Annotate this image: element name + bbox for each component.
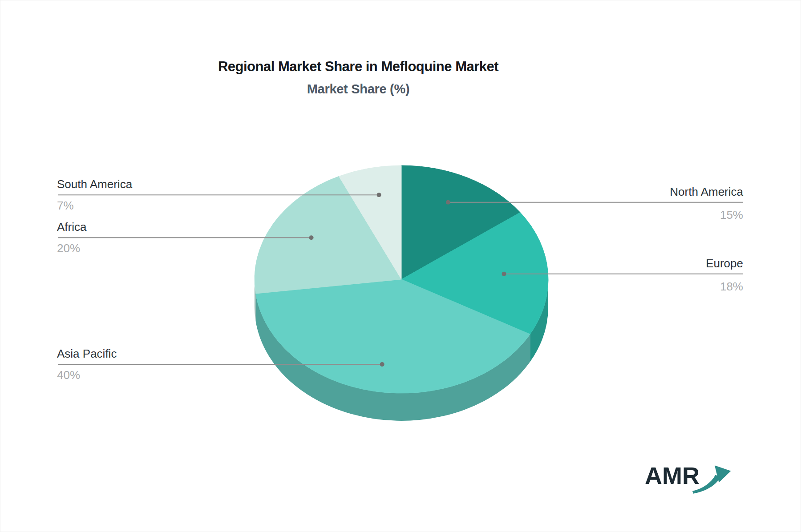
- slice-label-africa: Africa: [57, 220, 86, 234]
- label-dot-north-america: [446, 200, 450, 205]
- slice-pct-europe: 18%: [720, 279, 743, 294]
- chart-canvas: Regional Market Share in Mefloquine Mark…: [0, 0, 801, 532]
- slice-label-north-america: North America: [670, 185, 743, 199]
- slice-pct-north-america: 15%: [720, 208, 743, 222]
- label-dot-south-america: [377, 193, 381, 197]
- slice-label-south-america: South America: [57, 177, 132, 191]
- slice-label-europe: Europe: [706, 256, 743, 270]
- slice-pct-africa: 20%: [57, 241, 80, 255]
- label-dot-africa: [309, 235, 314, 240]
- slice-pct-south-america: 7%: [57, 198, 74, 213]
- amr-logo-text: AMR: [645, 463, 700, 488]
- slice-pct-asia-pacific: 40%: [57, 368, 80, 382]
- pie-chart: [0, 0, 801, 532]
- amr-logo: AMR: [645, 458, 735, 493]
- label-dot-europe: [502, 272, 506, 276]
- slice-label-asia-pacific: Asia Pacific: [57, 347, 117, 361]
- label-dot-asia-pacific: [380, 362, 384, 367]
- growth-arrow-icon: [692, 463, 735, 497]
